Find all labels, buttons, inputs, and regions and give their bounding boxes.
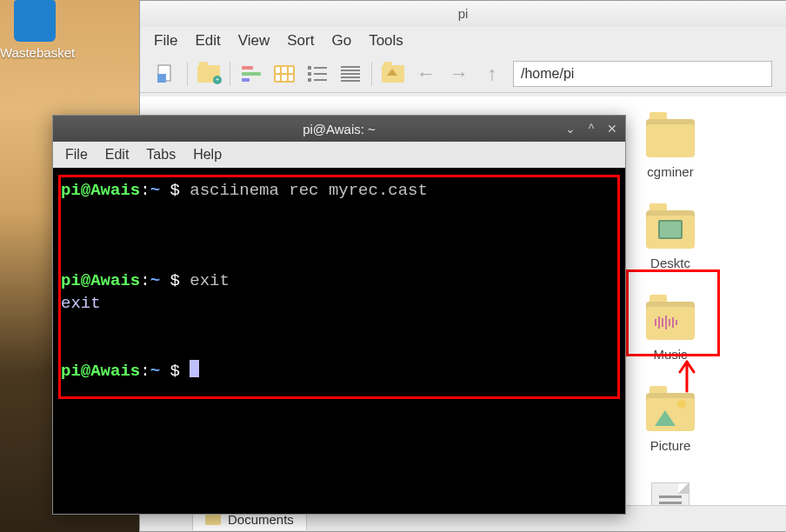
trash-icon — [14, 0, 56, 42]
toolbar-separator — [187, 62, 188, 86]
folder-desktop[interactable]: Desktc — [636, 205, 705, 270]
fm-title: pi — [140, 1, 786, 27]
close-button[interactable]: ✕ — [604, 121, 620, 136]
fm-menu-go[interactable]: Go — [331, 32, 351, 50]
fm-menu-edit[interactable]: Edit — [195, 32, 220, 50]
folder-icon — [646, 210, 695, 249]
terminal-menu-bar: File Edit Tabs Help — [53, 142, 625, 168]
up-button[interactable]: ↑ — [480, 62, 504, 86]
new-folder-button[interactable]: + — [196, 62, 221, 86]
annotation-arrow-icon — [676, 360, 697, 398]
path-input[interactable] — [513, 61, 772, 87]
back-button[interactable]: ← — [414, 62, 438, 86]
fm-menu-bar: File Edit View Sort Go Tools — [140, 27, 786, 55]
terminal-body[interactable]: pi@Awais:~ $ asciinema rec myrec.castpi@… — [53, 168, 625, 514]
item-label: cgminer — [636, 164, 705, 179]
fm-menu-view[interactable]: View — [238, 32, 270, 50]
annotation-terminal-highlight: pi@Awais:~ $ asciinema rec myrec.castpi@… — [58, 175, 620, 399]
maximize-button[interactable]: ^ — [583, 121, 599, 136]
folder-icon — [646, 393, 695, 431]
desktop-icon-wastebasket[interactable]: Wastebasket — [0, 0, 70, 61]
fm-menu-sort[interactable]: Sort — [287, 32, 314, 50]
properties-button[interactable] — [239, 62, 263, 86]
term-menu-help[interactable]: Help — [193, 147, 222, 163]
view-list-button[interactable] — [305, 62, 330, 86]
home-button[interactable] — [381, 62, 405, 86]
annotation-highlight-box — [626, 269, 720, 356]
folder-icon — [646, 119, 695, 157]
terminal-window: pi@Awais: ~ ⌄ ^ ✕ File Edit Tabs Help pi… — [52, 115, 626, 515]
fm-toolbar: + ← → ↑ — [140, 55, 786, 93]
fm-menu-file[interactable]: File — [154, 32, 177, 50]
item-label: Picture — [636, 438, 705, 453]
desktop-icon-label: Wastebasket — [0, 45, 75, 60]
toolbar-separator — [371, 62, 372, 86]
folder-icon — [205, 513, 221, 525]
terminal-titlebar[interactable]: pi@Awais: ~ ⌄ ^ ✕ — [53, 116, 625, 142]
minimize-button[interactable]: ⌄ — [563, 121, 578, 136]
term-menu-tabs[interactable]: Tabs — [146, 147, 176, 163]
term-menu-file[interactable]: File — [65, 147, 88, 163]
fm-menu-tools[interactable]: Tools — [369, 32, 403, 50]
forward-button[interactable]: → — [447, 62, 471, 86]
new-file-button[interactable] — [154, 62, 178, 86]
svg-rect-1 — [157, 74, 166, 83]
term-menu-edit[interactable]: Edit — [105, 147, 130, 163]
view-icons-button[interactable] — [272, 62, 296, 86]
item-label: Desktc — [636, 256, 705, 270]
folder-cgminer[interactable]: cgminer — [636, 114, 705, 179]
view-compact-button[interactable] — [338, 62, 363, 86]
toolbar-separator — [230, 62, 230, 86]
terminal-title: pi@Awais: ~ — [53, 122, 625, 136]
